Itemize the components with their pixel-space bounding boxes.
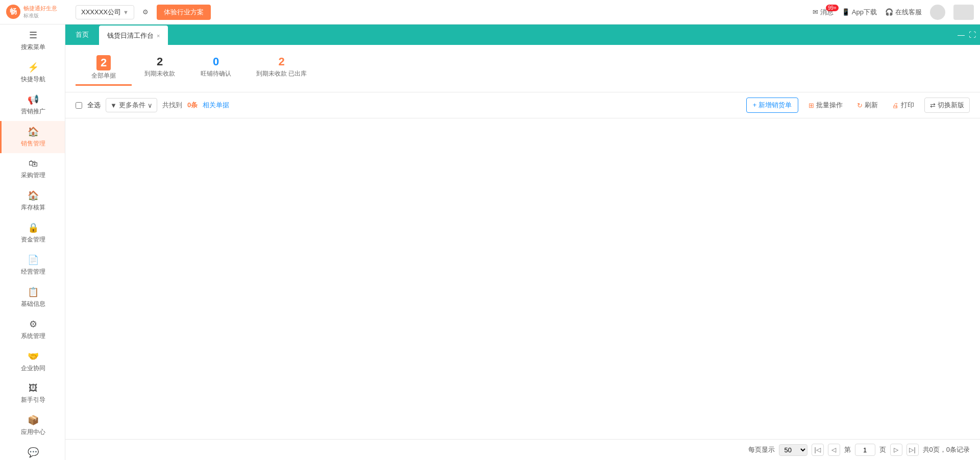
tab-close-icon[interactable]: ×	[157, 33, 160, 39]
sidebar-label-sales: 销售管理	[21, 139, 45, 148]
tab-active-label: 钱货日清工作台	[107, 31, 154, 40]
user-info[interactable]	[953, 5, 974, 20]
page-input[interactable]	[855, 444, 875, 456]
message-badge: 99+	[826, 5, 839, 11]
stat-card-overdue[interactable]: 2到期未收款	[132, 51, 188, 86]
stat-card-pending[interactable]: 0旺铺待确认	[188, 51, 244, 86]
sidebar-item-sales[interactable]: 🏠销售管理	[0, 121, 65, 153]
print-button[interactable]: 🖨 打印	[888, 99, 918, 112]
sidebar-label-purchase: 采购管理	[21, 171, 45, 180]
pagination-bar: 每页显示 50 100 200 |◁ ◁ 第 页 ▷ ▷| 共0页，0条记录	[65, 439, 980, 460]
stat-num-all: 2	[96, 55, 111, 70]
chevron-down-icon: ▼	[123, 9, 129, 15]
logo-name: 畅捷通好生意	[23, 5, 57, 12]
company-name: XXXXXX公司	[81, 8, 121, 17]
sidebar: ☰搜索菜单⚡快捷导航📢营销推广🏠销售管理🛍采购管理🏠库存核算🔒资金管理📄经营管理…	[0, 25, 65, 460]
refresh-button[interactable]: ↻ 刷新	[853, 99, 882, 112]
sidebar-icon-guide: 🖼	[29, 383, 38, 394]
page-suffix: 页	[879, 445, 886, 454]
sidebar-label-basic: 基础信息	[21, 300, 45, 308]
stat-num-pending: 0	[213, 55, 219, 68]
found-prefix: 共找到	[162, 101, 182, 110]
toolbar-right: + 新增销货单 ⊞ 批量操作 ↻ 刷新 🖨 打印 ⇄	[746, 98, 970, 113]
sidebar-item-finance[interactable]: 🔒资金管理	[0, 217, 65, 249]
sidebar-item-guide[interactable]: 🖼新手引导	[0, 378, 65, 409]
sidebar-item-inventory[interactable]: 🏠库存核算	[0, 185, 65, 217]
sidebar-icon-enterprise: 🤝	[28, 351, 39, 362]
page-label: 第	[844, 445, 851, 454]
sidebar-item-apps[interactable]: 📦应用中心	[0, 409, 65, 442]
service-label: 在线客服	[895, 8, 922, 17]
sidebar-icon-wechat: 💬	[28, 447, 39, 458]
batch-label: 批量操作	[816, 101, 843, 110]
sidebar-label-search-menu: 搜索菜单	[21, 43, 45, 52]
sidebar-item-operation[interactable]: 📄经营管理	[0, 249, 65, 281]
service-button[interactable]: 🎧 在线客服	[885, 8, 922, 17]
sidebar-item-purchase[interactable]: 🛍采购管理	[0, 153, 65, 185]
sidebar-item-quick-nav[interactable]: ⚡快捷导航	[0, 57, 65, 89]
page-content: 2全部单据2到期未收款0旺铺待确认2到期未收款 已出库 全选 ▼ 更多条件 ∨ …	[65, 45, 980, 460]
switch-icon: ⇄	[930, 102, 936, 109]
sidebar-item-wechat[interactable]: 💬企业微信	[0, 442, 65, 460]
stat-label-shipped: 到期未收款 已出库	[256, 69, 307, 78]
new-sale-button[interactable]: + 新增销货单	[746, 98, 798, 113]
gear-button[interactable]: ⚙	[138, 5, 153, 19]
batch-button[interactable]: ⊞ 批量操作	[804, 99, 847, 112]
sidebar-icon-apps: 📦	[28, 415, 39, 426]
page-size-select[interactable]: 50 100 200	[779, 444, 807, 456]
message-button[interactable]: ✉ 消息 99+	[813, 8, 834, 17]
tab-active[interactable]: 钱货日清工作台 ×	[99, 26, 168, 46]
toolbar: 全选 ▼ 更多条件 ∨ 共找到 0条 相关单据 + 新增销货单 ⊞	[65, 92, 980, 118]
company-selector[interactable]: XXXXXX公司 ▼	[76, 5, 134, 19]
sidebar-label-enterprise: 企业协同	[21, 364, 45, 373]
stat-card-all[interactable]: 2全部单据	[76, 51, 132, 86]
sidebar-icon-marketing: 📢	[28, 94, 39, 105]
tab-home[interactable]: 首页	[65, 25, 99, 45]
sidebar-icon-purchase: 🛍	[29, 158, 38, 169]
sidebar-label-guide: 新手引导	[21, 396, 45, 404]
app-download-button[interactable]: 📱 App下载	[842, 8, 877, 17]
stat-num-shipped: 2	[279, 55, 285, 68]
next-page-button[interactable]: ▷	[890, 444, 902, 456]
refresh-label: 刷新	[865, 101, 878, 110]
stat-label-pending: 旺铺待确认	[201, 69, 231, 78]
sidebar-icon-operation: 📄	[28, 254, 39, 265]
sidebar-item-marketing[interactable]: 📢营销推广	[0, 89, 65, 121]
logo-sub: 标准版	[23, 12, 57, 19]
switch-button[interactable]: ⇄ 切换新版	[924, 98, 970, 113]
prev-page-button[interactable]: ◁	[828, 444, 840, 456]
sidebar-icon-finance: 🔒	[28, 222, 39, 233]
avatar[interactable]	[930, 5, 945, 20]
filter-button[interactable]: ▼ 更多条件 ∨	[106, 98, 157, 112]
filter-label: 更多条件	[119, 101, 145, 110]
toolbar-left: 全选 ▼ 更多条件 ∨ 共找到 0条 相关单据	[76, 98, 229, 112]
app-label: App下载	[852, 8, 877, 17]
sidebar-label-quick-nav: 快捷导航	[21, 75, 45, 84]
sidebar-item-basic[interactable]: 📋基础信息	[0, 281, 65, 313]
sidebar-item-enterprise[interactable]: 🤝企业协同	[0, 346, 65, 378]
sidebar-icon-sales: 🏠	[28, 126, 39, 137]
sidebar-icon-search-menu: ☰	[29, 30, 37, 41]
sidebar-icon-quick-nav: ⚡	[28, 62, 39, 73]
minimize-icon[interactable]: —	[958, 31, 965, 39]
sidebar-icon-system: ⚙	[29, 319, 37, 330]
related-link[interactable]: 相关单据	[203, 101, 229, 110]
new-sale-label: + 新增销货单	[753, 101, 792, 110]
stat-label-all: 全部单据	[91, 71, 116, 80]
expand-icon[interactable]: ⛶	[969, 31, 976, 39]
sidebar-item-system[interactable]: ⚙系统管理	[0, 313, 65, 346]
select-all-checkbox[interactable]	[76, 102, 82, 109]
sidebar-item-search-menu[interactable]: ☰搜索菜单	[0, 25, 65, 57]
switch-label: 切换新版	[938, 101, 964, 110]
page-summary: 共0页，0条记录	[923, 445, 970, 454]
first-page-button[interactable]: |◁	[812, 444, 824, 456]
tab-right: — ⛶	[958, 31, 980, 39]
filter-icon: ▼	[110, 102, 117, 109]
message-icon: ✉	[813, 8, 818, 16]
last-page-button[interactable]: ▷|	[906, 444, 919, 456]
logo-icon: 畅	[6, 5, 20, 19]
trial-button[interactable]: 体验行业方案	[157, 5, 211, 20]
stat-num-overdue: 2	[157, 55, 163, 68]
sidebar-label-system: 系统管理	[21, 332, 45, 341]
stat-card-shipped[interactable]: 2到期未收款 已出库	[244, 51, 319, 86]
